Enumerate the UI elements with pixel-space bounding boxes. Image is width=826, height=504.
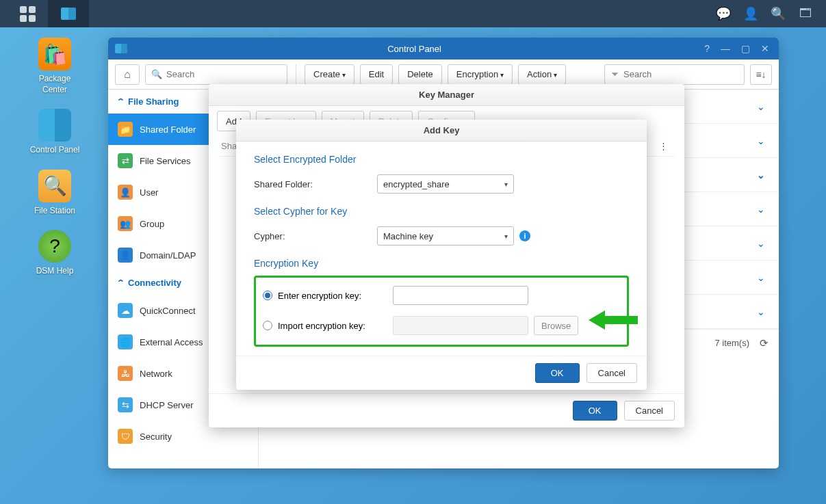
taskbar-app-control-panel[interactable] <box>48 0 89 27</box>
desktop-icon-package-center[interactable]: 🛍️ Package Center <box>21 38 89 95</box>
toolbar-search-input[interactable] <box>166 69 281 79</box>
sidebar-label: DHCP Server <box>140 400 194 410</box>
arrow-icon <box>589 308 638 332</box>
control-panel-mini-icon <box>61 8 76 20</box>
import-key-path <box>393 316 528 335</box>
content-filter-input[interactable] <box>623 69 738 79</box>
column-settings-button[interactable]: ≡↓ <box>750 64 772 85</box>
cypher-info-icon[interactable]: i <box>519 230 530 241</box>
home-button[interactable]: ⌂ <box>115 64 140 85</box>
quickconnect-icon: ☁ <box>118 303 133 318</box>
file-services-icon: ⇄ <box>118 153 133 168</box>
search-icon[interactable]: 🔍 <box>764 6 792 21</box>
window-close-button[interactable]: ✕ <box>758 43 772 54</box>
chevron-down-icon: ⌄ <box>757 238 765 249</box>
sidebar-label: Network <box>140 369 172 379</box>
sidebar-label: External Access <box>140 337 203 347</box>
encryption-button[interactable]: Encryption <box>448 64 513 85</box>
reload-button[interactable]: ⟳ <box>760 337 769 349</box>
external-access-icon: 🌐 <box>118 334 133 349</box>
user-menu-icon[interactable]: 👤 <box>737 6 764 21</box>
add-key-footer: OK Cancel <box>236 356 647 390</box>
add-key-title[interactable]: Add Key <box>236 120 647 142</box>
section-select-cypher: Select Cypher for Key <box>254 206 629 217</box>
window-minimize-button[interactable]: — <box>718 43 733 54</box>
shared-folder-value: encrypted_share <box>383 179 450 189</box>
window-help-button[interactable]: ? <box>701 43 712 54</box>
window-titlebar[interactable]: Control Panel ? — ▢ ✕ <box>108 38 779 59</box>
section-encryption-key: Encryption Key <box>254 258 629 269</box>
sidebar-label: File Services <box>140 156 190 166</box>
svg-marker-0 <box>589 310 638 330</box>
add-key-ok-button[interactable]: OK <box>535 363 580 383</box>
notifications-icon[interactable]: 💬 <box>710 6 737 21</box>
section-select-folder: Select Encrypted Folder <box>254 154 629 165</box>
main-menu-button[interactable] <box>7 0 48 27</box>
enter-key-input[interactable] <box>393 286 528 305</box>
package-center-label: Package Center <box>39 74 71 95</box>
create-button[interactable]: Create <box>305 64 354 85</box>
key-manager-footer: OK Cancel <box>209 393 684 427</box>
browse-button[interactable]: Browse <box>534 316 578 335</box>
sidebar-label: User <box>140 187 158 198</box>
window-maximize-button[interactable]: ▢ <box>738 43 753 54</box>
search-icon: 🔍 <box>151 69 162 79</box>
group-icon: 👥 <box>118 216 133 231</box>
taskbar: 💬 👤 🔍 🗔 <box>0 0 826 27</box>
user-icon: 👤 <box>118 185 133 200</box>
toolbar-divider <box>296 64 296 85</box>
key-manager-title[interactable]: Key Manager <box>209 84 684 106</box>
sidebar-label: Security <box>140 432 172 442</box>
radio-import-key[interactable] <box>263 321 272 330</box>
add-key-cancel-button[interactable]: Cancel <box>586 363 637 383</box>
km-cancel-button[interactable]: Cancel <box>624 401 675 421</box>
radio-enter-key[interactable] <box>263 291 272 300</box>
window-app-icon <box>115 44 127 53</box>
toolbar-search[interactable]: 🔍 <box>145 64 287 85</box>
shared-folder-icon: 📁 <box>118 122 133 137</box>
file-station-icon: 🔍 <box>38 170 71 202</box>
chevron-down-icon: ⌄ <box>757 272 765 283</box>
sidebar-label: QuickConnect <box>140 306 196 316</box>
item-count: 7 item(s) <box>714 338 749 348</box>
km-ok-button[interactable]: OK <box>573 401 617 421</box>
sidebar-label: Group <box>140 219 164 229</box>
edit-button[interactable]: Edit <box>360 64 393 85</box>
chevron-down-icon: ⌄ <box>757 170 765 181</box>
desktop-icon-control-panel[interactable]: Control Panel <box>21 109 89 156</box>
window-title: Control Panel <box>127 44 701 54</box>
chevron-down-icon: ⌄ <box>757 135 765 146</box>
control-panel-label: Control Panel <box>30 145 80 156</box>
add-key-body: Select Encrypted Folder Shared Folder: e… <box>236 142 647 356</box>
encryption-key-highlight: Enter encryption key: Import encryption … <box>254 276 629 347</box>
cypher-select[interactable]: Machine key <box>377 226 514 246</box>
label-import-key: Import encryption key: <box>278 321 387 331</box>
shared-folder-select[interactable]: encrypted_share <box>377 174 514 194</box>
delete-button[interactable]: Delete <box>398 64 442 85</box>
add-key-dialog: Add Key Select Encrypted Folder Shared F… <box>236 120 647 390</box>
network-icon: 🖧 <box>118 366 133 381</box>
funnel-icon: ⏷ <box>610 69 619 79</box>
control-panel-icon <box>38 109 71 142</box>
cypher-value: Machine key <box>383 231 433 241</box>
label-enter-key: Enter encryption key: <box>278 291 387 301</box>
chevron-down-icon: ⌄ <box>757 101 765 112</box>
content-filter[interactable]: ⏷ <box>604 64 745 85</box>
desktop-icon-file-station[interactable]: 🔍 File Station <box>21 170 89 217</box>
window-controls: ? — ▢ ✕ <box>701 43 772 54</box>
sidebar-label: Domain/LDAP <box>140 250 196 261</box>
file-station-label: File Station <box>34 206 75 217</box>
km-more-menu[interactable]: ⋮ <box>655 141 672 151</box>
domain-ldap-icon: 👤 <box>118 248 133 263</box>
security-icon: 🛡 <box>118 429 133 444</box>
chevron-down-icon: ⌄ <box>757 204 765 215</box>
chevron-down-icon: ⌄ <box>757 306 765 317</box>
action-button[interactable]: Action <box>518 64 566 85</box>
widgets-icon[interactable]: 🗔 <box>792 6 819 21</box>
dhcp-icon: ⇆ <box>118 397 133 412</box>
desktop-icon-dsm-help[interactable]: ? DSM Help <box>21 230 89 277</box>
package-center-icon: 🛍️ <box>38 38 71 70</box>
annotation-arrow <box>589 308 638 335</box>
home-icon: ⌂ <box>124 68 131 81</box>
label-shared-folder: Shared Folder: <box>254 179 377 189</box>
